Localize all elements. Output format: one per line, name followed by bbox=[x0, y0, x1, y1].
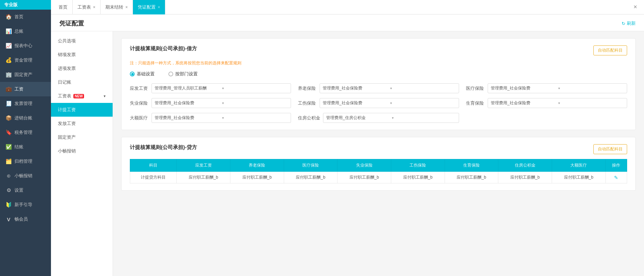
sidebar-item-label: 工资 bbox=[14, 86, 23, 92]
page-title: 凭证配置 bbox=[59, 19, 84, 28]
left-nav-sales-invoice[interactable]: 销项发票 bbox=[51, 48, 113, 62]
tab-period-close[interactable]: 期末结转 × bbox=[101, 0, 133, 14]
left-nav-purchase-invoice[interactable]: 进项发票 bbox=[51, 62, 113, 75]
sidebar-item-tax[interactable]: 🔖 税务管理 bbox=[0, 125, 51, 140]
debit-section-title: 计提核算规则(公司承担)-借方 bbox=[130, 45, 197, 52]
field-shengyu-select[interactable]: 管理费用_社会保险费 ▾ bbox=[488, 98, 627, 108]
tab-salary-table-close[interactable]: × bbox=[93, 5, 95, 10]
sidebar-item-label: 畅会员 bbox=[14, 216, 28, 222]
field-daeyiliao-caret: ▾ bbox=[222, 116, 288, 120]
ledger-icon: 📊 bbox=[6, 28, 12, 34]
field-yanglao-caret: ▾ bbox=[390, 86, 456, 90]
table-row: 计提贷方科目 应付职工薪酬_b 应付职工薪酬_b 应付职工薪酬_b 应付职工薪酬… bbox=[130, 172, 627, 183]
tab-voucher-config-close[interactable]: × bbox=[158, 5, 160, 10]
field-yingfa-select[interactable]: 管理费用_管理人员职工薪酬 ▾ bbox=[152, 83, 291, 93]
field-yanglao-select[interactable]: 管理费用_社会保险费 ▾ bbox=[320, 83, 459, 93]
refresh-button[interactable]: ↻ 刷新 bbox=[622, 20, 636, 26]
left-nav-calc-salary[interactable]: 计提工资 bbox=[51, 103, 113, 117]
left-nav-salary-table[interactable]: 工资表 NEW ▾ bbox=[51, 89, 113, 103]
sidebar-item-label: 总账 bbox=[14, 28, 23, 34]
td-gongshang[interactable]: 应付职工薪酬_b bbox=[391, 172, 445, 183]
field-zhufang-select[interactable]: 管理费用_住房公积金 ▾ bbox=[323, 113, 459, 123]
sidebar-item-xiaochang[interactable]: © 小畅报销 bbox=[0, 169, 51, 183]
field-daeyiliao-value: 管理费用_社会保险费 bbox=[155, 115, 221, 121]
invoice-icon: 🧾 bbox=[6, 100, 12, 107]
refresh-label: 刷新 bbox=[627, 20, 636, 26]
field-gongshang-select[interactable]: 管理费用_社会保险费 ▾ bbox=[320, 98, 459, 108]
left-nav-fixed-assets-label: 固定资产 bbox=[58, 134, 76, 140]
debit-section: 计提核算规则(公司承担)-借方 自动匹配科目 注：只能选择一种方式，系统将按照您… bbox=[121, 38, 636, 130]
refresh-icon: ↻ bbox=[622, 21, 625, 26]
td-shiye[interactable]: 应付职工薪酬_b bbox=[337, 172, 391, 183]
tab-period-close-close[interactable]: × bbox=[125, 5, 128, 10]
th-gongshang: 工伤保险 bbox=[391, 159, 445, 172]
td-yanglao[interactable]: 应付职工薪酬_b bbox=[230, 172, 284, 183]
td-yingfa[interactable]: 应付职工薪酬_b bbox=[177, 172, 230, 183]
left-nav-pay-salary[interactable]: 发放工资 bbox=[51, 117, 113, 130]
field-daeyiliao-select[interactable]: 管理费用_社会保险费 ▾ bbox=[152, 113, 291, 123]
left-nav-purchase-invoice-label: 进项发票 bbox=[58, 65, 76, 72]
th-yingfa: 应发工资 bbox=[177, 159, 230, 172]
salary-icon: 💼 bbox=[6, 86, 12, 92]
field-zhufang-value: 管理费用_住房公积金 bbox=[326, 115, 391, 121]
td-yiliao[interactable]: 应付职工薪酬_b bbox=[284, 172, 337, 183]
sidebar-item-invoice[interactable]: 🧾 发票管理 bbox=[0, 96, 51, 111]
radio-dept-label[interactable]: 按部门设置 bbox=[168, 71, 198, 77]
field-daeyiliao: 大额医疗 管理费用_社会保险费 ▾ bbox=[130, 113, 291, 123]
tabs-bar: 首页 工资表 × 期末结转 × 凭证配置 × × bbox=[51, 0, 644, 14]
sidebar-item-funds[interactable]: 💰 资金管理 bbox=[0, 53, 51, 67]
left-nav-public[interactable]: 公共选项 bbox=[51, 34, 113, 48]
th-shengyu: 生育保险 bbox=[445, 159, 498, 172]
field-shiye-select[interactable]: 管理费用_社会保险费 ▾ bbox=[152, 98, 291, 108]
left-nav: 公共选项 销项发票 进项发票 日记账 工资表 NEW ▾ 计提工资 发放工资 bbox=[51, 31, 113, 276]
radio-basic-label[interactable]: 基础设置 bbox=[130, 71, 155, 77]
credit-section: 计提核算规则(公司承担)-贷方 自动匹配科目 科目 应发工资 养老保险 医疗保险… bbox=[121, 137, 636, 191]
debit-auto-match-button[interactable]: 自动匹配科目 bbox=[593, 45, 627, 55]
sidebar-item-label: 固定资产 bbox=[14, 72, 32, 78]
left-nav-xiaochang-report[interactable]: 小畅报销 bbox=[51, 144, 113, 158]
td-daeyiliao[interactable]: 应付职工薪酬_b bbox=[552, 172, 605, 183]
sidebar-item-close[interactable]: ✅ 结账 bbox=[0, 140, 51, 154]
sidebar-item-reports[interactable]: 📈 报表中心 bbox=[0, 39, 51, 53]
credit-auto-match-button[interactable]: 自动匹配科目 bbox=[593, 144, 627, 154]
sidebar-item-label: 税务管理 bbox=[14, 129, 32, 136]
radio-dept-circle[interactable] bbox=[168, 72, 173, 76]
td-shengyu[interactable]: 应付职工薪酬_b bbox=[445, 172, 498, 183]
content-area: 计提核算规则(公司承担)-借方 自动匹配科目 注：只能选择一种方式，系统将按照您… bbox=[113, 31, 644, 276]
left-nav-journal[interactable]: 日记账 bbox=[51, 75, 113, 89]
table-header-row: 科目 应发工资 养老保险 医疗保险 失业保险 工伤保险 生育保险 住房公积金 大… bbox=[130, 159, 627, 172]
tab-salary-table[interactable]: 工资表 × bbox=[73, 0, 101, 14]
sidebar-item-home[interactable]: 🏠 首页 bbox=[0, 10, 51, 24]
sidebar-item-member[interactable]: V 畅会员 bbox=[0, 212, 51, 226]
assets-icon: 🏢 bbox=[6, 72, 12, 78]
sidebar-item-archive[interactable]: 🗂️ 归档管理 bbox=[0, 154, 51, 169]
tab-home[interactable]: 首页 bbox=[54, 0, 73, 14]
edit-icon[interactable]: ✎ bbox=[614, 175, 618, 180]
member-icon: V bbox=[6, 216, 12, 222]
field-gongshang-label: 工伤保险 bbox=[298, 100, 317, 106]
sidebar-item-settings[interactable]: ⚙ 设置 bbox=[0, 183, 51, 198]
window-close-button[interactable]: × bbox=[629, 3, 641, 11]
archive-icon: 🗂️ bbox=[6, 158, 12, 164]
field-yiliao-label: 医疗保险 bbox=[466, 85, 485, 92]
radio-basic-circle[interactable] bbox=[130, 72, 135, 76]
left-nav-fixed-assets[interactable]: 固定资产 bbox=[51, 130, 113, 144]
sidebar-item-assets[interactable]: 🏢 固定资产 bbox=[0, 67, 51, 82]
xiaochang-icon: © bbox=[6, 173, 12, 179]
tab-period-close-label: 期末结转 bbox=[105, 4, 123, 10]
field-yanglao: 养老保险 管理费用_社会保险费 ▾ bbox=[298, 83, 459, 93]
sidebar-item-salary[interactable]: 💼 工资 bbox=[0, 82, 51, 96]
sidebar-item-inventory[interactable]: 📦 进销台账 bbox=[0, 111, 51, 125]
td-action[interactable]: ✎ bbox=[605, 172, 627, 183]
sidebar-item-ledger[interactable]: 📊 总账 bbox=[0, 24, 51, 39]
radio-dept-text: 按部门设置 bbox=[175, 71, 198, 77]
sidebar-item-label: 发票管理 bbox=[14, 100, 32, 107]
th-action: 操作 bbox=[605, 159, 627, 172]
tab-voucher-config-label: 凭证配置 bbox=[138, 4, 156, 10]
field-yiliao-select[interactable]: 管理费用_社会保险费 ▾ bbox=[488, 83, 627, 93]
sidebar-item-guide[interactable]: 🔰 新手引导 bbox=[0, 198, 51, 212]
td-zhufang[interactable]: 应付职工薪酬_b bbox=[498, 172, 552, 183]
tab-voucher-config[interactable]: 凭证配置 × bbox=[133, 0, 165, 14]
sidebar-item-label: 结账 bbox=[14, 144, 23, 150]
th-zhufang: 住房公积金 bbox=[498, 159, 552, 172]
